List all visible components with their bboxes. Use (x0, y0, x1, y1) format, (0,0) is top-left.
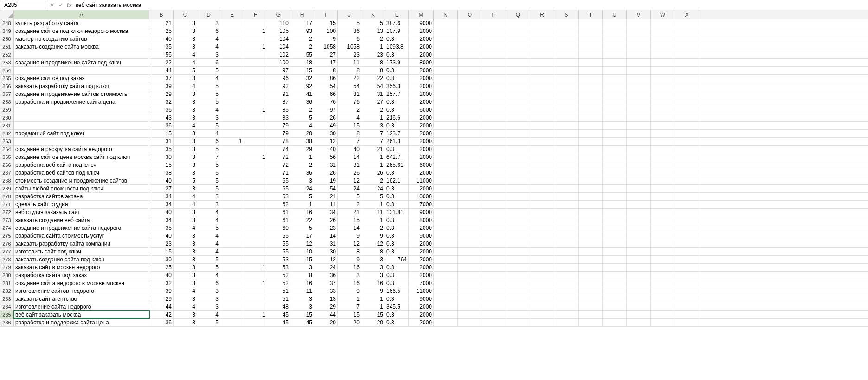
cell-P[interactable] (482, 240, 506, 247)
cell-X[interactable] (675, 240, 699, 247)
cell-Q[interactable] (506, 224, 530, 232)
cell-D[interactable]: 4 (197, 35, 220, 43)
cell-M[interactable]: 9000 (409, 209, 434, 216)
cell-C[interactable]: 4 (174, 59, 197, 66)
cell-Q[interactable] (506, 67, 530, 74)
cell-V[interactable] (627, 201, 651, 208)
cell-L[interactable]: 0.3 (385, 216, 409, 224)
select-all-corner[interactable] (0, 10, 14, 19)
cell-J[interactable]: 9 (338, 256, 361, 263)
cell-N[interactable] (434, 232, 458, 240)
cell-W[interactable] (651, 169, 675, 177)
cell-X[interactable] (675, 248, 699, 255)
cell-B[interactable]: 30 (149, 153, 174, 161)
cell-S[interactable] (554, 153, 579, 161)
cell-B[interactable]: 39 (149, 82, 174, 90)
cell-K[interactable]: 16 (361, 279, 385, 287)
cell-J[interactable]: 8 (338, 248, 361, 255)
cell-L[interactable]: 0.3 (385, 232, 409, 240)
cell-D[interactable]: 5 (197, 90, 220, 98)
cell-X[interactable] (675, 201, 699, 208)
cell-W[interactable] (651, 67, 675, 74)
cell-H[interactable]: 3 (290, 264, 314, 271)
cell-F[interactable]: 1 (244, 279, 267, 287)
cell-K[interactable]: 1 (361, 295, 385, 303)
cell-J[interactable]: 16 (338, 279, 361, 287)
cell-T[interactable] (579, 185, 603, 192)
cell-P[interactable] (482, 90, 506, 98)
cell-I[interactable]: 29 (314, 303, 338, 310)
cell-O[interactable] (458, 193, 482, 200)
cell-X[interactable] (675, 209, 699, 216)
cell-N[interactable] (434, 130, 458, 137)
name-box[interactable]: A285 (2, 1, 46, 9)
cell-A[interactable]: создание и продвижение сайта недорого (14, 224, 149, 232)
cell-E[interactable] (220, 106, 244, 114)
cell-U[interactable] (603, 264, 627, 271)
cell-R[interactable] (530, 98, 554, 106)
cell-L[interactable]: 123.7 (385, 130, 409, 137)
cell-R[interactable] (530, 193, 554, 200)
cell-X[interactable] (675, 51, 699, 58)
row-header[interactable]: 281 (0, 279, 14, 287)
cell-N[interactable] (434, 209, 458, 216)
cell-F[interactable] (244, 59, 267, 66)
cell-E[interactable] (220, 82, 244, 90)
cell-F[interactable] (244, 35, 267, 43)
cell-G[interactable]: 104 (267, 35, 290, 43)
row-header[interactable]: 282 (0, 287, 14, 295)
cell-J[interactable]: 22 (338, 75, 361, 82)
cell-J[interactable]: 12 (338, 177, 361, 184)
cell-P[interactable] (482, 248, 506, 255)
cell-X[interactable] (675, 27, 699, 35)
cell-H[interactable]: 16 (290, 209, 314, 216)
cell-W[interactable] (651, 130, 675, 137)
cell-U[interactable] (603, 295, 627, 303)
cell-P[interactable] (482, 287, 506, 295)
cell-F[interactable] (244, 287, 267, 295)
cell-Q[interactable] (506, 295, 530, 303)
cell-A[interactable]: веб студия заказать сайт (14, 209, 149, 216)
cell-U[interactable] (603, 146, 627, 153)
cell-N[interactable] (434, 90, 458, 98)
cell-M[interactable]: 2000 (409, 272, 434, 279)
cell-A[interactable]: разработка сайтов экрана (14, 193, 149, 200)
cell-F[interactable] (244, 193, 267, 200)
cell-H[interactable]: 3 (290, 295, 314, 303)
cell-T[interactable] (579, 311, 603, 318)
col-header-U[interactable]: U (603, 10, 627, 19)
cell-V[interactable] (627, 295, 651, 303)
cell-F[interactable]: 1 (244, 153, 267, 161)
cell-I[interactable]: 31 (314, 240, 338, 247)
cell-J[interactable]: 14 (338, 153, 361, 161)
cell-G[interactable]: 60 (267, 224, 290, 232)
cell-D[interactable]: 4 (197, 311, 220, 318)
cell-B[interactable]: 40 (149, 35, 174, 43)
cell-Q[interactable] (506, 19, 530, 27)
cell-N[interactable] (434, 146, 458, 153)
cell-D[interactable]: 5 (197, 82, 220, 90)
cell-I[interactable]: 44 (314, 311, 338, 318)
cell-N[interactable] (434, 82, 458, 90)
cell-W[interactable] (651, 59, 675, 66)
cell-W[interactable] (651, 153, 675, 161)
cell-R[interactable] (530, 82, 554, 90)
cell-D[interactable]: 4 (197, 240, 220, 247)
cell-F[interactable] (244, 130, 267, 137)
cell-F[interactable] (244, 216, 267, 224)
col-header-W[interactable]: W (651, 10, 675, 19)
cell-R[interactable] (530, 232, 554, 240)
cell-C[interactable]: 3 (174, 264, 197, 271)
cell-G[interactable]: 61 (267, 209, 290, 216)
row-header[interactable]: 286 (0, 319, 14, 326)
cell-U[interactable] (603, 201, 627, 208)
cell-S[interactable] (554, 67, 579, 74)
cell-E[interactable] (220, 35, 244, 43)
cell-T[interactable] (579, 130, 603, 137)
cell-K[interactable]: 1 (361, 201, 385, 208)
cell-P[interactable] (482, 130, 506, 137)
cell-M[interactable]: 2000 (409, 146, 434, 153)
cell-I[interactable]: 19 (314, 177, 338, 184)
cell-H[interactable]: 41 (290, 90, 314, 98)
cell-M[interactable]: 2000 (409, 264, 434, 271)
